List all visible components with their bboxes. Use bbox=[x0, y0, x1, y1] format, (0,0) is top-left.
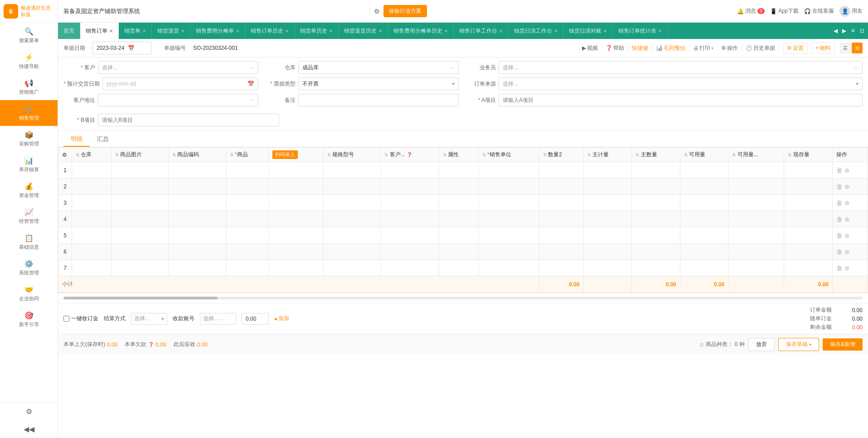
row-5-cust-code[interactable] bbox=[381, 227, 439, 244]
row-1-avail2[interactable] bbox=[728, 162, 784, 178]
delete-row-2[interactable]: 🗑 bbox=[836, 183, 843, 190]
deposit-amount[interactable]: 0.00 bbox=[242, 313, 269, 325]
row-1-stock[interactable] bbox=[784, 162, 833, 178]
close-tab-order-history[interactable]: ✕ bbox=[285, 29, 289, 34]
add-material-btn[interactable]: + 物料 bbox=[811, 43, 834, 54]
view-toggle-grid[interactable]: ⊞ bbox=[852, 43, 863, 53]
row-6-avail[interactable] bbox=[680, 244, 728, 260]
row-6-attr[interactable] bbox=[439, 244, 479, 260]
row-7-main-qty[interactable] bbox=[632, 260, 680, 276]
order-source-select[interactable]: 选择... ▾ bbox=[499, 77, 863, 90]
scroll-thumb[interactable] bbox=[63, 297, 218, 299]
close-tab-return-history[interactable]: ✕ bbox=[378, 29, 382, 34]
copy-row-3[interactable]: ⊕ bbox=[844, 199, 850, 207]
row-5-avail[interactable] bbox=[680, 227, 728, 244]
row-6-cust-code[interactable] bbox=[381, 244, 439, 260]
row-4-avail[interactable] bbox=[680, 211, 728, 227]
tab-order-workbench[interactable]: 销售订单工作台 ✕ bbox=[454, 23, 509, 39]
customer-addr-input[interactable]: ··· bbox=[98, 94, 258, 106]
th-attr[interactable]: ⇅ 属性 bbox=[439, 148, 479, 162]
th-code[interactable]: ⇅ 商品编码 bbox=[169, 148, 226, 162]
row-6-unit[interactable] bbox=[478, 244, 539, 260]
close-tab-expense-split[interactable]: ✕ bbox=[236, 29, 239, 34]
warehouse-input[interactable]: 成品库 ··· bbox=[298, 61, 459, 74]
tab-invoice-history[interactable]: 销货单历史 ✕ bbox=[295, 23, 339, 39]
row-2-code[interactable] bbox=[169, 178, 226, 195]
sidebar-item-operations[interactable]: 📈 经营管理 bbox=[0, 203, 58, 229]
tab-cash-reconcile[interactable]: 钱货日清对账 ✕ bbox=[563, 23, 613, 39]
row-2-unit[interactable] bbox=[478, 178, 539, 195]
row-5-attr[interactable] bbox=[439, 227, 479, 244]
row-7-unit[interactable] bbox=[478, 260, 539, 276]
tab-summary[interactable]: 汇总 bbox=[90, 132, 116, 147]
row-6-code[interactable] bbox=[169, 244, 226, 260]
row-4-stock[interactable] bbox=[784, 211, 833, 227]
nav-expand-btn[interactable]: ⊡ bbox=[858, 27, 866, 35]
row-5-main-unit[interactable] bbox=[583, 227, 632, 244]
row-4-attr[interactable] bbox=[439, 211, 479, 227]
close-tab-sales-stats[interactable]: ✕ bbox=[658, 29, 662, 34]
tab-sales-order[interactable]: 销售订单 ✕ bbox=[80, 23, 119, 39]
row-5-stock[interactable] bbox=[784, 227, 833, 244]
row-4-product[interactable] bbox=[226, 211, 268, 227]
row-7-stock[interactable] bbox=[784, 260, 833, 276]
app-download-btn[interactable]: 📱 App下载 bbox=[770, 7, 799, 15]
row-2-attr[interactable] bbox=[439, 178, 479, 195]
delete-row-3[interactable]: 🗑 bbox=[836, 199, 843, 207]
row-6-main-qty[interactable] bbox=[632, 244, 680, 260]
delete-row-6[interactable]: 🗑 bbox=[836, 248, 843, 255]
row-1-unit[interactable] bbox=[478, 162, 539, 178]
tab-home[interactable]: 首页 bbox=[58, 23, 80, 39]
th-available[interactable]: ⇅ 可用量 bbox=[680, 148, 728, 162]
th-warehouse[interactable]: ⇅ 仓库 bbox=[72, 148, 112, 162]
row-5-code[interactable] bbox=[169, 227, 226, 244]
row-4-code[interactable] bbox=[169, 211, 226, 227]
row-2-product[interactable] bbox=[226, 178, 268, 195]
history-btn[interactable]: 🕐 历史单据 bbox=[746, 44, 775, 52]
sidebar-collapse[interactable]: ◀◀ bbox=[0, 420, 58, 438]
copy-row-4[interactable]: ⊕ bbox=[844, 216, 850, 223]
row-2-avail[interactable] bbox=[680, 178, 728, 195]
user-avatar[interactable]: 👤 用友 bbox=[839, 6, 863, 17]
th-unit[interactable]: ⇅ *销售单位 bbox=[478, 148, 539, 162]
close-tab-sales-order[interactable]: ✕ bbox=[109, 29, 113, 34]
view-btn[interactable]: ▶ 视频 bbox=[582, 44, 598, 52]
copy-row-1[interactable]: ⊕ bbox=[844, 167, 850, 174]
notification-item[interactable]: 🔔 消息 9 bbox=[737, 7, 765, 15]
row-7-warehouse[interactable] bbox=[72, 260, 112, 276]
row-1-cust-code[interactable] bbox=[381, 162, 439, 178]
row-1-product[interactable] bbox=[226, 162, 268, 178]
row-2-avail2[interactable] bbox=[728, 178, 784, 195]
row-5-warehouse[interactable] bbox=[72, 227, 112, 244]
close-tab-expense-history[interactable]: ✕ bbox=[444, 29, 448, 34]
customer-input[interactable]: 选择... ··· bbox=[98, 61, 258, 74]
settings-panel-btn[interactable]: ⚙ 设置 bbox=[783, 43, 808, 54]
th-stock[interactable]: ⇅ 现存量 bbox=[784, 148, 833, 162]
system-settings-btn[interactable]: ⚙ bbox=[374, 8, 380, 15]
row-5-product[interactable] bbox=[226, 227, 268, 244]
row-1-main-qty[interactable] bbox=[632, 162, 680, 178]
nav-more-btn[interactable]: ✕ bbox=[849, 27, 857, 35]
tab-detail[interactable]: 明细 bbox=[63, 132, 90, 147]
sidebar-item-guide[interactable]: 🎯 新手引导 bbox=[0, 307, 58, 332]
row-6-main-unit[interactable] bbox=[583, 244, 632, 260]
row-6-avail2[interactable] bbox=[728, 244, 784, 260]
row-7-product[interactable] bbox=[226, 260, 268, 276]
row-3-unit[interactable] bbox=[478, 195, 539, 211]
delete-row-5[interactable]: 🗑 bbox=[836, 232, 843, 239]
row-4-main-unit[interactable] bbox=[583, 211, 632, 227]
row-5-unit[interactable] bbox=[478, 227, 539, 244]
row-6-product[interactable] bbox=[226, 244, 268, 260]
row-3-attr[interactable] bbox=[439, 195, 479, 211]
row-6-spec[interactable] bbox=[323, 244, 380, 260]
row-2-stock[interactable] bbox=[784, 178, 833, 195]
notes-input[interactable] bbox=[298, 94, 459, 106]
view-toggle-list[interactable]: ☰ bbox=[840, 43, 851, 53]
scan-input-btn[interactable]: 扫码录入 bbox=[272, 150, 298, 159]
row-5-avail2[interactable] bbox=[728, 227, 784, 244]
invoice-type-select[interactable]: 不开票 ▾ bbox=[298, 77, 459, 90]
one-click-deposit-checkbox[interactable]: 一键收订金 bbox=[63, 315, 98, 322]
th-image[interactable]: ⇅ 商品图片 bbox=[111, 148, 168, 162]
row-5-qty2[interactable] bbox=[539, 227, 583, 244]
row-4-cust-code[interactable] bbox=[381, 211, 439, 227]
